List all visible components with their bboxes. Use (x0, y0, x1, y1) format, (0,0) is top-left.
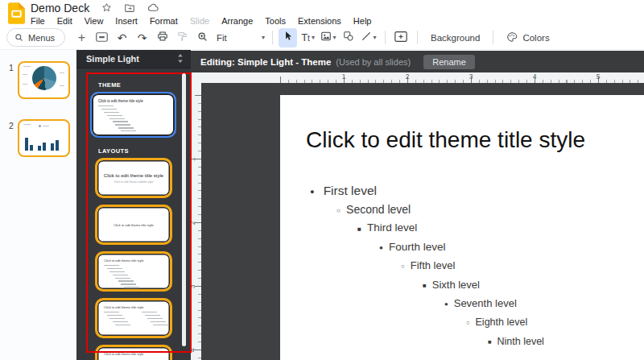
rename-button[interactable]: Rename (423, 55, 475, 69)
slide-filmstrip: 1 2 (0, 50, 76, 360)
theme-panel-header[interactable]: Simple Light (76, 50, 191, 68)
layout-title-and-two-columns[interactable]: Click to edit theme title style (95, 298, 172, 338)
theme-name: Simple Light (86, 54, 139, 64)
chevron-down-icon: ▾ (333, 34, 336, 41)
cloud-saved-icon[interactable] (147, 2, 159, 14)
move-folder-icon[interactable] (124, 2, 135, 14)
menu-insert[interactable]: Insert (115, 16, 138, 26)
layout-title-slide[interactable]: Click to edit theme title style Click to… (95, 158, 172, 198)
menu-help[interactable]: Help (353, 16, 372, 26)
pie-chart-figure (32, 66, 56, 90)
shape-icon (343, 31, 354, 44)
layout-bullet-preview (142, 312, 168, 327)
slide-number: 1 (9, 63, 14, 72)
zoom-select[interactable]: Fit ▾ (217, 33, 265, 43)
bullet-item: ○Eighth level (280, 313, 644, 332)
bullet-marker: ● (444, 296, 448, 313)
layout-title-text: Click to edit theme title style (104, 173, 163, 178)
toolbar-separator (493, 31, 493, 44)
templates-button[interactable] (93, 28, 111, 48)
editing-note: (Used by all slides) (336, 57, 411, 67)
chart-label-line (60, 72, 64, 73)
chart-label-line (23, 84, 27, 85)
templates-icon (96, 31, 108, 44)
toolbar-separator (272, 31, 273, 44)
menus-search-button[interactable]: Menus (6, 28, 65, 47)
ruler-number: 1 (342, 72, 346, 81)
bullet-item: ●Fourth level (280, 238, 644, 257)
select-tool-button[interactable] (279, 28, 297, 48)
redo-button[interactable]: ↷ (133, 28, 151, 48)
layout-title-only[interactable]: Click to edit theme title style (95, 345, 172, 360)
slides-logo-icon[interactable] (8, 2, 25, 24)
insert-image-button[interactable]: ▾ (319, 28, 337, 48)
master-title-text: Click to edit theme title style (98, 99, 168, 103)
chevron-down-icon: ▾ (374, 34, 377, 41)
unfold-more-icon[interactable] (177, 54, 184, 64)
zoom-in-icon (197, 31, 208, 44)
ruler-number: 4 (191, 349, 196, 353)
line-icon (361, 31, 372, 44)
menu-view[interactable]: View (85, 16, 104, 26)
bullet-marker: ■ (357, 221, 361, 238)
chart-label-line (23, 74, 27, 75)
layout-title-text: Click to edit theme title style (114, 223, 154, 227)
insert-placeholder-button[interactable] (391, 28, 410, 48)
bullet-marker: ○ (336, 201, 341, 219)
menu-tools[interactable]: Tools (265, 16, 286, 26)
layout-title-and-body[interactable]: Click to edit theme title style (95, 251, 172, 292)
slide-body-placeholder[interactable]: ●First level ○Second level ■Third level … (280, 182, 644, 351)
panel-scrollbar[interactable] (182, 73, 186, 346)
layout-subtitle-text: Click to edit theme subtitle style (114, 180, 153, 184)
bar-chart-figure (25, 136, 62, 151)
slide-2-thumbnail[interactable] (18, 119, 70, 157)
slide-1-thumbnail[interactable] (18, 61, 70, 99)
menu-edit[interactable]: Edit (57, 16, 72, 26)
horizontal-ruler[interactable]: 1 2 3 4 5 (191, 72, 644, 83)
plus-icon: + (78, 31, 85, 45)
ruler-number: 5 (597, 72, 601, 81)
document-title[interactable]: Demo Deck (31, 2, 89, 14)
theme-master-thumbnail[interactable]: Click to edit theme title style (90, 92, 176, 138)
star-icon[interactable] (101, 2, 112, 13)
chart-legend-line (43, 126, 49, 126)
bullet-text: Ninth level (497, 336, 544, 347)
text-tool-icon: Tt (301, 31, 310, 43)
paint-roller-icon (177, 31, 188, 44)
bullet-marker: ○ (466, 314, 470, 332)
menu-arrange[interactable]: Arrange (221, 16, 253, 26)
background-label: Background (431, 33, 480, 43)
ruler-number: 2 (406, 72, 410, 81)
ruler-number: 3 (191, 285, 196, 289)
bullet-item: ■Ninth level (280, 333, 644, 351)
vertical-ruler[interactable]: 1 2 3 4 (191, 83, 201, 360)
insert-line-button[interactable]: ▾ (359, 28, 378, 48)
colors-button[interactable]: Colors (499, 28, 556, 48)
bullet-text: Fourth level (389, 241, 446, 253)
chevron-down-icon: ▾ (262, 34, 265, 41)
layout-title-text: Click to edit theme title style (104, 352, 163, 356)
menu-file[interactable]: File (31, 16, 45, 26)
menu-format[interactable]: Format (150, 16, 178, 26)
placeholder-icon (394, 31, 407, 44)
slide-title-placeholder[interactable]: Click to edit theme title style (306, 127, 585, 153)
palette-icon (506, 31, 518, 44)
text-box-tool-button[interactable]: Tt ▾ (299, 28, 317, 48)
bullet-text: Sixth level (432, 279, 480, 291)
layout-bullet-preview (104, 265, 163, 288)
print-button[interactable] (153, 28, 171, 48)
undo-button[interactable]: ↶ (113, 28, 131, 48)
bullet-marker: ● (379, 239, 383, 257)
master-bullet-preview (98, 106, 168, 131)
menu-slide: Slide (190, 16, 209, 26)
layout-centered-text[interactable]: Click to edit theme title style (95, 205, 172, 245)
colors-label: Colors (522, 33, 549, 43)
theme-master-slide[interactable]: Click to edit theme title style ●First l… (280, 95, 644, 360)
background-button[interactable]: Background (423, 28, 487, 48)
insert-shape-button[interactable] (339, 28, 357, 48)
zoom-button[interactable] (193, 28, 212, 48)
bullet-item: ○Second level (280, 201, 644, 219)
menu-extensions[interactable]: Extensions (298, 16, 341, 26)
new-slide-button[interactable]: + (72, 28, 91, 48)
editing-bar: Editing: Simple Light - Theme (Used by a… (191, 51, 644, 72)
